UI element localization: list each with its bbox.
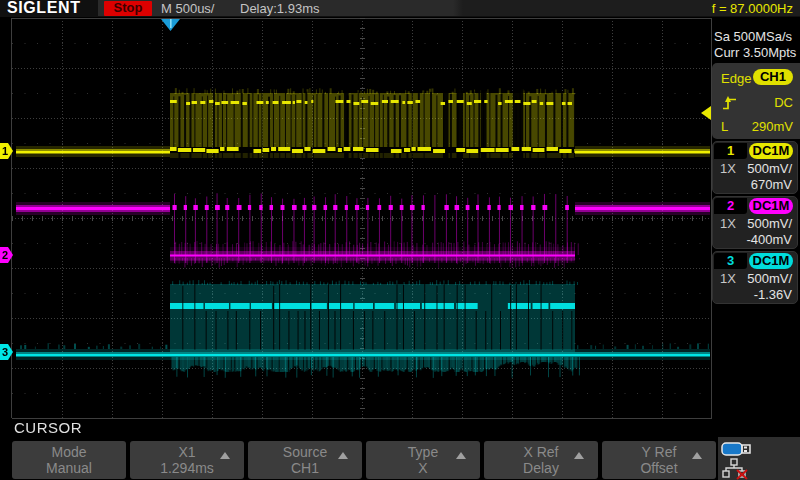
channel3-scale: 500mV/ <box>747 271 792 286</box>
channel3-probe: 1X <box>720 271 736 286</box>
menu-button-source[interactable]: Source CH1 <box>248 441 362 479</box>
trigger-level-label: L <box>721 119 728 134</box>
trigger-delay-readout: Delay:1.93ms <box>240 1 319 16</box>
channel1-info-box[interactable]: 1 DC1M 1X 500mV/ 670mV <box>712 141 798 194</box>
menu-button-xref[interactable]: X Ref Delay <box>484 441 598 479</box>
channel2-probe: 1X <box>720 216 736 231</box>
channel1-scale: 500mV/ <box>747 161 792 176</box>
trigger-info-box[interactable]: Edge CH1 DC L 290mV <box>712 63 800 139</box>
up-arrow-icon <box>456 452 466 459</box>
up-arrow-icon <box>220 452 230 459</box>
channel1-offset: 670mV <box>751 177 792 192</box>
menu-button-type[interactable]: Type X <box>366 441 480 479</box>
trigger-coupling: DC <box>774 95 793 110</box>
trigger-source-badge: CH1 <box>753 69 793 85</box>
channel1-coupling-badge: DC1M <box>749 143 793 159</box>
up-arrow-icon <box>574 452 584 459</box>
channel3-info-box[interactable]: 3 DC1M 1X 500mV/ -1.36V <box>712 251 798 304</box>
status-icon-panel <box>718 437 800 480</box>
trigger-frequency-readout: f = 87.0000Hz <box>560 1 793 16</box>
up-arrow-icon <box>338 452 348 459</box>
channel3-number: 3 <box>714 253 747 269</box>
waveform-display <box>0 17 712 433</box>
top-status-bar: SIGLENT Stop M 500us/ Delay:1.93ms f = 8… <box>0 0 800 17</box>
menu-button-mode[interactable]: Mode Manual <box>12 441 126 479</box>
usb-icon <box>721 439 755 459</box>
channel2-coupling-badge: DC1M <box>749 198 793 214</box>
channel1-probe: 1X <box>720 161 736 176</box>
memory-depth: Curr 3.50Mpts <box>714 45 796 60</box>
trigger-type: Edge <box>721 71 751 86</box>
channel2-offset: -400mV <box>746 232 792 247</box>
siglent-logo: SIGLENT <box>7 0 81 17</box>
channel1-number: 1 <box>714 143 747 159</box>
timebase-readout: M 500us/ <box>161 1 214 16</box>
lan-disconnected-icon <box>721 458 751 480</box>
channel3-offset: -1.36V <box>754 287 792 302</box>
menu-title: CURSOR <box>14 419 82 436</box>
rising-edge-icon <box>721 95 739 112</box>
channel2-info-box[interactable]: 2 DC1M 1X 500mV/ -400mV <box>712 196 798 249</box>
menu-button-x1[interactable]: X1 1.294ms <box>130 441 244 479</box>
channel2-scale: 500mV/ <box>747 216 792 231</box>
up-arrow-icon <box>692 452 702 459</box>
acquisition-status-badge[interactable]: Stop <box>104 1 152 16</box>
menu-button-yref[interactable]: Y Ref Offset <box>602 441 716 479</box>
sample-rate: Sa 500MSa/s <box>714 29 792 44</box>
trigger-level-value: 290mV <box>752 119 793 134</box>
channel3-coupling-badge: DC1M <box>749 253 793 269</box>
channel2-number: 2 <box>714 198 747 214</box>
